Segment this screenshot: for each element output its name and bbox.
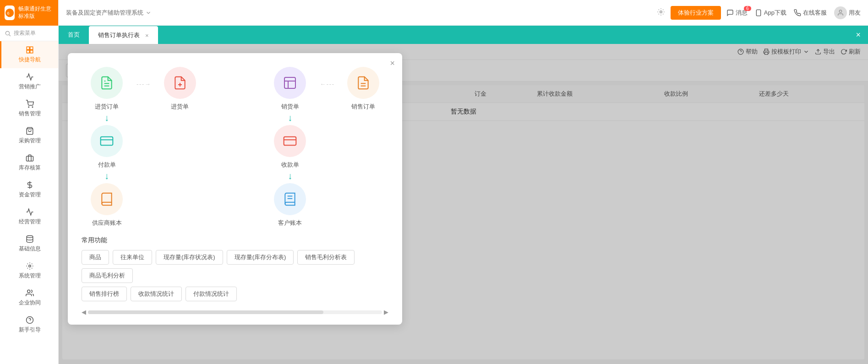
nav-operation-label: 经营管理 xyxy=(19,218,41,226)
quick-btn-5[interactable]: 商品毛利分析 xyxy=(82,268,133,283)
arrow-down-4: ↓ xyxy=(288,171,292,181)
tab-home[interactable]: 首页 xyxy=(59,26,89,44)
arrow-down-2: ↓ xyxy=(104,171,109,181)
svg-point-15 xyxy=(27,290,30,293)
sidebar-item-quick[interactable]: 快捷导航 xyxy=(0,41,58,68)
sidebar-item-basic[interactable]: 基础信息 xyxy=(0,230,58,257)
sidebar-item-system[interactable]: 系统管理 xyxy=(0,257,58,284)
message-badge: 6 xyxy=(744,6,751,11)
supplier-ledger-icon xyxy=(91,183,123,215)
sales-order-icon xyxy=(347,67,379,99)
purchase-order-icon xyxy=(91,67,123,99)
flow-node-sales-invoice[interactable]: 销货单 xyxy=(274,67,306,111)
right-col: 销售订单 xyxy=(338,67,388,111)
content-area: 帮助 按模板打印 导出 刷新 yyyy-mm-dd xyxy=(59,44,868,364)
quick-functions-title: 常用功能 xyxy=(82,236,388,244)
tab-close-icon[interactable]: × xyxy=(145,32,149,39)
scroll-left-arrow[interactable]: ◀ xyxy=(82,309,86,315)
mid-left-col: 进货单 xyxy=(155,67,205,111)
nav-enterprise-label: 企业协同 xyxy=(19,299,41,307)
purchase-receipt-icon xyxy=(164,67,196,99)
nav-finance-label: 资金管理 xyxy=(19,191,41,199)
quick-btn-1[interactable]: 往来单位 xyxy=(113,250,152,265)
main-area: 装备及固定资产辅助管理系统 体验行业方案 消息 6 App下载 在线客服 xyxy=(59,0,868,364)
svg-rect-6 xyxy=(27,50,29,53)
nav-quick-label: 快捷导航 xyxy=(19,56,41,64)
flow-node-payment[interactable]: 付款单 xyxy=(91,125,123,169)
quick-nav-modal: × 进货订单 ↓ xyxy=(68,53,402,325)
flow-node-receipt[interactable]: 收款单 xyxy=(274,125,306,169)
modal-overlay: × 进货订单 ↓ xyxy=(59,44,868,364)
quick-btn-7[interactable]: 收款情况统计 xyxy=(131,287,182,301)
tab-sales-order-label: 销售订单执行表 xyxy=(98,31,140,39)
quick-btn-6[interactable]: 销售排行榜 xyxy=(82,287,127,301)
nav-inventory-label: 库存核算 xyxy=(19,164,41,172)
app-download-label: App下载 xyxy=(764,9,786,17)
flow-node-supplier-ledger[interactable]: 供应商账本 xyxy=(91,183,123,227)
topbar-actions: 消息 6 App下载 在线客服 用友 xyxy=(726,6,861,19)
flow-node-purchase-receipt[interactable]: 进货单 xyxy=(164,67,196,111)
tab-home-label: 首页 xyxy=(68,31,80,39)
svg-rect-43 xyxy=(284,137,296,146)
payment-icon xyxy=(91,125,123,157)
quick-btn-4[interactable]: 销售毛利分析表 xyxy=(297,250,355,265)
flow-diagram: 进货订单 ↓ 付款单 ↓ xyxy=(82,67,388,227)
quick-btn-0[interactable]: 商品 xyxy=(82,250,109,265)
flow-node-sales-order[interactable]: 销售订单 xyxy=(347,67,379,111)
left-flow-col: 进货订单 ↓ 付款单 ↓ xyxy=(82,67,132,227)
tab-sales-order[interactable]: 销售订单执行表 × xyxy=(89,26,158,44)
modal-close-btn[interactable]: × xyxy=(390,59,395,68)
nav-basic-label: 基础信息 xyxy=(19,245,41,253)
sidebar-item-purchase[interactable]: 采购管理 xyxy=(0,122,58,149)
quick-btn-3[interactable]: 现存量(库存分布表) xyxy=(227,250,294,265)
quick-btns-row2: 销售排行榜 收款情况统计 付款情况统计 xyxy=(82,287,388,301)
mid-right-col: 销货单 ↓ 收款单 ↓ xyxy=(265,67,315,227)
customer-ledger-label: 客户账本 xyxy=(278,219,302,227)
quick-btn-2[interactable]: 现存量(库存状况表) xyxy=(156,250,223,265)
scroll-right-arrow[interactable]: ▶ xyxy=(384,309,388,315)
quick-btn-8[interactable]: 付款情况统计 xyxy=(186,287,237,301)
svg-point-13 xyxy=(27,236,33,238)
logo-icon: 6 xyxy=(5,5,15,20)
svg-point-0 xyxy=(5,9,14,17)
topbar: 装备及固定资产辅助管理系统 体验行业方案 消息 6 App下载 在线客服 xyxy=(59,0,868,26)
scrollbar-track[interactable] xyxy=(88,310,382,314)
sidebar-item-operation[interactable]: 经营管理 xyxy=(0,203,58,230)
app-download-action[interactable]: App下载 xyxy=(755,9,786,17)
online-service-action[interactable]: 在线客服 xyxy=(794,9,827,17)
h-arrow-2: ← - - - xyxy=(320,67,333,104)
system-title: 装备及固定资产辅助管理系统 xyxy=(66,9,651,17)
quick-btns-container: 商品 往来单位 现存量(库存状况表) 现存量(库存分布表) 销售毛利分析表 商品… xyxy=(82,250,388,283)
payment-label: 付款单 xyxy=(98,161,116,169)
sidebar-item-newbie[interactable]: 新手引导 xyxy=(0,311,58,338)
svg-rect-40 xyxy=(284,77,295,88)
sidebar-item-inventory[interactable]: 库存核算 xyxy=(0,149,58,176)
arrow-down-3: ↓ xyxy=(288,113,292,123)
scrollbar-thumb xyxy=(88,310,323,314)
sidebar-item-finance[interactable]: 资金管理 xyxy=(0,176,58,203)
settings-icon[interactable] xyxy=(657,8,665,17)
experience-btn[interactable]: 体验行业方案 xyxy=(671,6,721,20)
receipt-label: 收款单 xyxy=(281,161,299,169)
flow-node-purchase-order[interactable]: 进货订单 xyxy=(91,67,123,111)
svg-point-18 xyxy=(660,11,662,13)
sidebar-item-enterprise[interactable]: 企业协同 xyxy=(0,284,58,311)
user-action[interactable]: 用友 xyxy=(834,6,861,19)
svg-rect-4 xyxy=(27,47,29,49)
nav-marketing-label: 营销推广 xyxy=(19,83,41,91)
svg-rect-11 xyxy=(27,156,33,161)
sidebar-search[interactable]: 搜索菜单 xyxy=(0,26,58,41)
user-avatar xyxy=(834,6,847,19)
svg-point-2 xyxy=(5,31,9,35)
receipt-icon xyxy=(274,125,306,157)
sidebar-logo: 6 畅康通好生意 标准版 xyxy=(0,0,58,26)
message-action[interactable]: 消息 6 xyxy=(726,9,748,17)
svg-point-14 xyxy=(29,265,31,267)
sidebar-item-marketing[interactable]: 营销推广 xyxy=(0,68,58,95)
svg-text:6: 6 xyxy=(7,11,10,16)
flow-node-customer-ledger[interactable]: 客户账本 xyxy=(274,183,306,227)
modal-scrollbar: ◀ ▶ xyxy=(82,309,388,315)
sidebar-item-sales[interactable]: 销售管理 xyxy=(0,95,58,122)
h-arrow-1: - - - → xyxy=(136,67,150,104)
close-window-btn[interactable]: × xyxy=(848,30,868,40)
